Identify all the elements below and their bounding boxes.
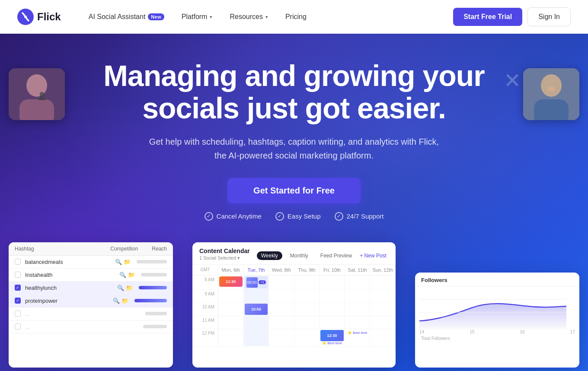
person-left-silhouette <box>9 68 65 120</box>
feature-cancel-label: Cancel Anytime <box>217 212 262 220</box>
nav-platform[interactable]: Platform ▾ <box>175 10 220 24</box>
hashtag-checkbox[interactable] <box>15 272 21 278</box>
cell-tue-9am[interactable] <box>244 290 269 303</box>
hero-section: ✕ Managing and growing your socials just… <box>0 34 588 371</box>
svg-rect-6 <box>38 98 46 100</box>
cell-tue-12pm[interactable] <box>244 329 269 346</box>
cell-mon-8am[interactable]: 11:30 <box>218 276 244 290</box>
calendar-subtitle: 1 Social Selected ▾ <box>199 255 250 261</box>
time-10am: 10 AM <box>192 303 218 316</box>
cell-mon-9am[interactable] <box>218 290 244 303</box>
cell-thu-9am[interactable] <box>294 290 320 303</box>
cell-sun-11am[interactable] <box>370 316 396 329</box>
nav-ai-assistant-label: AI Social Assistant <box>89 13 146 21</box>
cell-thu-11am[interactable] <box>294 316 320 329</box>
day-thu: Thu, 9th <box>294 265 320 275</box>
hashtag-row: Instahealth 🔍 📁 <box>9 269 173 282</box>
hashtag-row: ... <box>9 308 173 320</box>
cell-mon-11am[interactable] <box>218 316 244 329</box>
cell-fri-8am[interactable] <box>320 276 345 290</box>
cell-tue-10am[interactable]: 10:50 <box>244 303 269 316</box>
hashtag-name: proteinpower <box>25 298 109 304</box>
day-sat: Sat, 11th <box>345 265 371 275</box>
start-trial-button[interactable]: Start Free Trial <box>453 8 522 26</box>
time-9am: 9 AM <box>192 290 218 303</box>
competition-bar <box>137 260 167 263</box>
hashtag-actions: 🔍 📁 <box>115 259 131 265</box>
hashtag-name: healthylunch <box>25 285 113 291</box>
cell-sat-11am[interactable] <box>345 316 371 329</box>
cell-sat-12pm[interactable]: ⭐ Best time <box>345 329 371 346</box>
cell-fri-12pm[interactable]: 12:30 ⭐ Best time <box>320 329 345 346</box>
hashtag-name: ... <box>25 311 139 317</box>
cell-wed-9am[interactable] <box>269 290 294 303</box>
svg-point-1 <box>24 16 27 18</box>
navbar: Flick AI Social Assistant New Platform ▾… <box>0 0 588 34</box>
cell-sun-12pm[interactable] <box>370 329 396 346</box>
cell-sat-8am[interactable] <box>345 276 371 290</box>
new-post-button[interactable]: + New Post <box>360 253 387 259</box>
person-right-silhouette <box>523 68 579 120</box>
day-tue: Tue, 7th <box>244 265 269 275</box>
cell-fri-10am[interactable] <box>320 303 345 316</box>
hashtag-checkbox[interactable]: ✓ <box>15 285 21 291</box>
hashtag-checkbox[interactable] <box>15 323 21 330</box>
calendar-card: Content Calendar 1 Social Selected ▾ Wee… <box>192 242 396 368</box>
flick-logo-icon <box>17 9 34 25</box>
cell-wed-11am[interactable] <box>269 316 294 329</box>
cell-sat-9am[interactable] <box>345 290 371 303</box>
tab-monthly[interactable]: Monthly <box>286 251 313 260</box>
time-12pm: 12 PM <box>192 329 218 346</box>
day-fri: Fri, 10th <box>320 265 345 275</box>
cell-tue-8am[interactable]: 09:00 +2 <box>244 276 269 290</box>
nav-ai-assistant[interactable]: AI Social Assistant New <box>82 10 171 24</box>
hashtag-checkbox[interactable] <box>15 311 21 317</box>
hero-title: Managing and growing your socials just g… <box>99 60 489 124</box>
day-sun: Sun, 12th <box>370 265 396 275</box>
hashtag-row: ... <box>9 320 173 333</box>
hashtag-checkbox[interactable] <box>15 259 21 265</box>
cell-mon-12pm[interactable] <box>218 329 244 346</box>
cell-sun-9am[interactable] <box>370 290 396 303</box>
cell-thu-12pm[interactable] <box>294 329 320 346</box>
tab-feed-preview[interactable]: Feed Preview <box>316 251 356 260</box>
cell-fri-9am[interactable] <box>320 290 345 303</box>
time-11am: 11 AM <box>192 316 218 329</box>
analytics-chart <box>415 286 579 330</box>
cell-sat-10am[interactable] <box>345 303 371 316</box>
cell-fri-11am[interactable] <box>320 316 345 329</box>
cell-wed-12pm[interactable] <box>269 329 294 346</box>
hashtag-name: ... <box>25 323 137 330</box>
followers-chart <box>419 291 566 330</box>
tab-weekly[interactable]: Weekly <box>257 251 282 260</box>
day-mon: Mon, 6th <box>218 265 244 275</box>
cell-wed-8am[interactable] <box>269 276 294 290</box>
hashtag-checkbox[interactable]: ✓ <box>15 298 21 304</box>
cell-mon-10am[interactable] <box>218 303 244 316</box>
cell-wed-10am[interactable] <box>269 303 294 316</box>
avatar-right <box>523 68 579 120</box>
logo[interactable]: Flick <box>17 9 61 25</box>
hashtag-card-header: Hashtag Competition Reach <box>9 242 173 256</box>
cell-sun-10am[interactable] <box>370 303 396 316</box>
event-img: 11:30 <box>219 276 243 287</box>
hero-features: ✓ Cancel Anytime ✓ Easy Setup ✓ 24/7 Sup… <box>205 212 384 221</box>
platform-chevron-icon: ▾ <box>210 14 212 20</box>
nav-ai-badge: New <box>148 13 164 20</box>
cell-tue-11am[interactable] <box>244 316 269 329</box>
get-started-button[interactable]: Get Started for Free <box>227 178 361 203</box>
feature-setup-label: Easy Setup <box>288 212 321 220</box>
hashtag-row: ✓ proteinpower 🔍 📁 <box>9 295 173 308</box>
nav-resources[interactable]: Resources ▾ <box>223 10 275 24</box>
cell-sun-8am[interactable] <box>370 276 396 290</box>
cell-thu-8am[interactable] <box>294 276 320 290</box>
hashtag-name: balancedmeals <box>25 259 111 265</box>
nav-links: AI Social Assistant New Platform ▾ Resou… <box>82 10 453 24</box>
sign-in-button[interactable]: Sign In <box>527 7 571 26</box>
cell-thu-10am[interactable] <box>294 303 320 316</box>
chart-y-label: Total Followers <box>415 334 579 342</box>
hashtag-actions: 🔍 📁 <box>117 285 133 291</box>
competition-bar <box>141 273 167 276</box>
nav-pricing[interactable]: Pricing <box>278 10 313 24</box>
reach-col-label: Reach <box>152 246 167 252</box>
